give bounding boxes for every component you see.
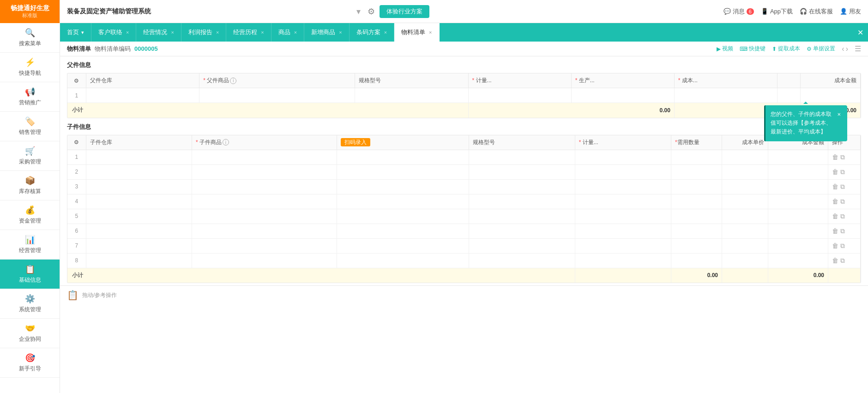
view-btn[interactable]: ▶ 视频 <box>717 45 733 53</box>
parent-product-info-icon[interactable]: i <box>230 78 236 84</box>
nav-tab-2[interactable]: 经营情况× <box>136 23 181 42</box>
scan-btn[interactable]: 扫码录入 <box>341 138 370 146</box>
parent-th-gear[interactable]: ⚙ <box>67 73 86 88</box>
sidebar-item-marketing[interactable]: 📢营销推广 <box>0 82 60 112</box>
sidebar-item-sales[interactable]: 🏷️销售管理 <box>0 112 60 141</box>
nav-tab-close-2[interactable]: × <box>171 30 174 35</box>
child-row-8-product[interactable] <box>192 253 337 268</box>
child-row-5-warehouse[interactable] <box>86 209 192 224</box>
list-view-icon[interactable]: ☰ <box>855 44 861 53</box>
child-row-4-spec[interactable] <box>469 194 575 209</box>
nav-tab-6[interactable]: 新增商品× <box>304 23 349 42</box>
child-row-5-product[interactable] <box>192 209 337 224</box>
online-service-btn[interactable]: 🎧 在线客服 <box>800 7 833 16</box>
child-row-8-quantity[interactable] <box>671 253 722 268</box>
child-row-2-spec[interactable] <box>469 164 575 179</box>
nav-tab-3[interactable]: 利润报告× <box>181 23 226 42</box>
child-row-1-product[interactable] <box>192 150 337 164</box>
copy-icon-7[interactable]: ⧉ <box>840 242 845 250</box>
child-row-3-unit[interactable] <box>575 179 671 194</box>
dropdown-arrow-icon[interactable]: ▾ <box>356 6 361 17</box>
app-download-btn[interactable]: 📱 App下载 <box>761 7 793 16</box>
child-row-7-spec[interactable] <box>469 238 575 253</box>
sidebar-item-system[interactable]: ⚙️系统管理 <box>0 289 60 319</box>
nav-tab-close-7[interactable]: × <box>384 30 387 35</box>
close-all-tabs-btn[interactable]: ✕ <box>853 23 868 42</box>
message-btn[interactable]: 💬 消息 6 <box>723 7 754 16</box>
nav-tab-close-5[interactable]: × <box>294 30 297 35</box>
nav-tab-close-1[interactable]: × <box>126 30 129 35</box>
child-row-1-spec[interactable] <box>469 150 575 164</box>
child-row-2-warehouse[interactable] <box>86 164 192 179</box>
child-row-2-quantity[interactable] <box>671 164 722 179</box>
child-row-6-product[interactable] <box>192 224 337 238</box>
extract-cost-btn[interactable]: ⬆ 提取成本 <box>772 45 800 53</box>
child-row-7-warehouse[interactable] <box>86 238 192 253</box>
sidebar-item-operations[interactable]: 📊经营管理 <box>0 230 60 260</box>
copy-icon-8[interactable]: ⧉ <box>840 257 845 265</box>
copy-icon-2[interactable]: ⧉ <box>840 168 845 176</box>
delete-icon-1[interactable]: 🗑 <box>832 153 838 161</box>
tooltip-close-btn[interactable]: × <box>837 110 841 120</box>
single-setting-btn[interactable]: ⚙ 单据设置 <box>807 45 835 53</box>
child-row-7-quantity[interactable] <box>671 238 722 253</box>
copy-icon-3[interactable]: ⧉ <box>840 183 845 191</box>
child-row-5-quantity[interactable] <box>671 209 722 224</box>
user-btn[interactable]: 👤 用友 <box>840 7 861 16</box>
nav-next-icon[interactable]: › <box>846 45 848 53</box>
child-row-5-unit-price[interactable] <box>722 209 768 224</box>
nav-tab-8[interactable]: 物料清单× <box>394 23 439 42</box>
sidebar-item-basic-info[interactable]: 📋基础信息 <box>0 260 60 289</box>
delete-icon-5[interactable]: 🗑 <box>832 212 838 220</box>
nav-tab-close-6[interactable]: × <box>339 30 342 35</box>
delete-icon-8[interactable]: 🗑 <box>832 257 838 264</box>
parent-row-1-unit[interactable] <box>468 88 571 103</box>
child-row-2-product[interactable] <box>192 164 337 179</box>
child-row-5-unit[interactable] <box>575 209 671 224</box>
child-row-1-warehouse[interactable] <box>86 150 192 164</box>
child-product-info-icon[interactable]: i <box>223 139 229 145</box>
child-row-2-unit[interactable] <box>575 164 671 179</box>
child-row-3-spec[interactable] <box>469 179 575 194</box>
nav-tab-close-3[interactable]: × <box>216 30 219 35</box>
child-row-3-warehouse[interactable] <box>86 179 192 194</box>
child-row-7-unit[interactable] <box>575 238 671 253</box>
child-row-6-warehouse[interactable] <box>86 224 192 238</box>
child-row-6-spec[interactable] <box>469 224 575 238</box>
parent-row-1-production[interactable] <box>571 88 674 103</box>
nav-tab-1[interactable]: 客户联络× <box>91 23 136 42</box>
sidebar-item-finance[interactable]: 💰资金管理 <box>0 200 60 230</box>
experience-button[interactable]: 体验行业方案 <box>380 5 429 18</box>
child-row-8-spec[interactable] <box>469 253 575 268</box>
delete-icon-4[interactable]: 🗑 <box>832 198 838 205</box>
child-row-3-product[interactable] <box>192 179 337 194</box>
delete-icon-2[interactable]: 🗑 <box>832 168 838 175</box>
delete-icon-7[interactable]: 🗑 <box>832 242 838 249</box>
child-row-6-unit[interactable] <box>575 224 671 238</box>
child-row-7-unit-price[interactable] <box>722 238 768 253</box>
settings-icon[interactable]: ⚙ <box>368 6 375 17</box>
copy-icon-5[interactable]: ⧉ <box>840 212 845 220</box>
child-row-1-quantity[interactable] <box>671 150 722 164</box>
nav-tab-close-4[interactable]: × <box>261 30 264 35</box>
nav-tab-4[interactable]: 经营历程× <box>226 23 271 42</box>
child-row-2-unit-price[interactable] <box>722 164 768 179</box>
delete-icon-6[interactable]: 🗑 <box>832 227 838 235</box>
child-row-6-unit-price[interactable] <box>722 224 768 238</box>
parent-row-1-warehouse[interactable] <box>86 88 199 103</box>
nav-tab-7[interactable]: 条码方案× <box>350 23 394 42</box>
nav-tab-close-8[interactable]: × <box>429 30 432 35</box>
nav-prev-icon[interactable]: ‹ <box>842 45 844 53</box>
sidebar-item-inventory[interactable]: 📦库存核算 <box>0 171 60 200</box>
child-row-4-quantity[interactable] <box>671 194 722 209</box>
child-row-6-quantity[interactable] <box>671 224 722 238</box>
nav-tab-0[interactable]: 首页▾ <box>60 23 91 42</box>
copy-icon-4[interactable]: ⧉ <box>840 198 845 206</box>
sidebar-item-enterprise[interactable]: 🤝企业协同 <box>0 319 60 348</box>
copy-icon-1[interactable]: ⧉ <box>840 153 845 161</box>
child-row-8-unit[interactable] <box>575 253 671 268</box>
child-row-1-unit-price[interactable] <box>722 150 768 164</box>
child-row-8-warehouse[interactable] <box>86 253 192 268</box>
child-th-gear[interactable]: ⚙ <box>67 135 86 150</box>
child-row-4-unit[interactable] <box>575 194 671 209</box>
